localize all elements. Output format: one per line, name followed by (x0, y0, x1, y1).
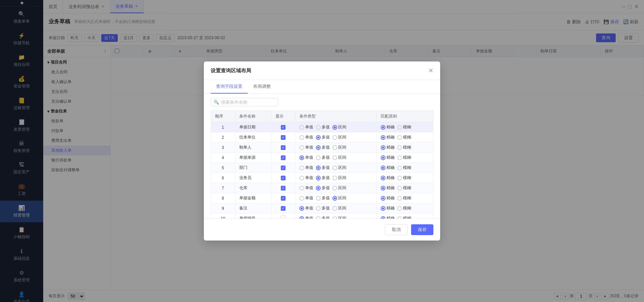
cond-type-radio-多值[interactable]: 多值 (316, 185, 330, 191)
tab-query-settings[interactable]: 查询字段设置 (211, 80, 248, 94)
dialog-overlay: 设置查询区域布局 ✕ 查询字段设置 布局调整 🔍 顺序 条件名称 (0, 0, 644, 302)
cell-match: 精确模糊 (376, 163, 433, 173)
cond-type-radio-区间[interactable]: 区间 (332, 165, 346, 171)
cond-type-radio-区间[interactable]: 区间 (332, 175, 346, 181)
display-checkbox[interactable]: ✓ (281, 125, 286, 130)
display-checkbox[interactable]: ✓ (281, 196, 286, 201)
match-radio-模糊[interactable]: 模糊 (397, 155, 411, 160)
match-radio-精确[interactable]: 精确 (381, 185, 395, 191)
display-checkbox[interactable]: ✓ (281, 176, 286, 180)
cond-type-radio-单值[interactable]: 单值 (299, 155, 313, 160)
cell-match: 精确模糊 (376, 203, 433, 213)
cond-type-radio-多值[interactable]: 多值 (316, 195, 330, 201)
cond-type-radio-单值[interactable]: 单值 (299, 185, 313, 191)
cond-type-radio-区间[interactable]: 区间 (332, 134, 346, 140)
cond-type-radio-单值[interactable]: 单值 (299, 216, 313, 219)
cond-type-radio-多值[interactable]: 多值 (316, 155, 330, 160)
display-checkbox[interactable]: ✓ (281, 145, 286, 150)
cond-type-radio-多值[interactable]: 多值 (316, 165, 330, 171)
cond-type-radio-区间[interactable]: 区间 (332, 195, 346, 201)
cond-type-radio-区间[interactable]: 区间 (332, 124, 346, 130)
match-radio-精确[interactable]: 精确 (381, 205, 395, 211)
cond-type-radio-多值[interactable]: 多值 (316, 145, 330, 150)
cell-match: 精确模糊 (376, 143, 433, 153)
match-radio-精确[interactable]: 精确 (381, 165, 395, 171)
cond-type-radio-区间[interactable]: 区间 (332, 145, 346, 150)
cond-type-radio-多值[interactable]: 多值 (316, 175, 330, 181)
cond-type-radio-区间[interactable]: 区间 (332, 155, 346, 160)
match-radio-精确[interactable]: 精确 (381, 155, 395, 160)
display-checkbox[interactable]: ✓ (281, 206, 286, 211)
col-cond-type: 条件类型 (295, 111, 376, 122)
tab-layout-adjust[interactable]: 布局调整 (248, 80, 276, 94)
cond-type-radio-多值[interactable]: 多值 (316, 134, 330, 140)
match-radio-精确[interactable]: 精确 (381, 134, 395, 140)
match-radio-模糊[interactable]: 模糊 (397, 134, 411, 140)
cond-type-radio-区间[interactable]: 区间 (332, 185, 346, 191)
match-radio-模糊[interactable]: 模糊 (397, 216, 411, 219)
match-radio-精确[interactable]: 精确 (381, 145, 395, 150)
display-checkbox[interactable] (281, 216, 286, 219)
cond-type-radio-多值[interactable]: 多值 (316, 205, 330, 211)
cell-display: ✓ (271, 173, 295, 183)
display-checkbox[interactable]: ✓ (281, 186, 286, 191)
table-row: 4单据来源✓单值多值区间精确模糊 (211, 153, 433, 163)
cond-type-radio-多值[interactable]: 多值 (316, 216, 330, 219)
table-row: 1单据日期✓单值多值区间精确模糊 (211, 122, 433, 132)
cell-display: ✓ (271, 183, 295, 193)
match-radio-模糊[interactable]: 模糊 (397, 124, 411, 130)
cond-type-radio-多值[interactable]: 多值 (316, 124, 330, 130)
cond-type-radio-单值[interactable]: 单值 (299, 134, 313, 140)
display-checkbox[interactable]: ✓ (281, 135, 286, 140)
cell-name: 单据来源 (235, 153, 271, 163)
cell-name: 仓库 (235, 183, 271, 193)
match-radio-精确[interactable]: 精确 (381, 124, 395, 130)
cancel-button[interactable]: 取消 (385, 224, 408, 235)
cell-order: 10 (211, 213, 235, 219)
table-row: 8单据金额✓单值多值区间精确模糊 (211, 193, 433, 203)
cell-display: ✓ (271, 143, 295, 153)
dialog-close-button[interactable]: ✕ (428, 67, 433, 74)
display-checkbox[interactable]: ✓ (281, 155, 286, 160)
cond-type-radio-单值[interactable]: 单值 (299, 165, 313, 171)
cell-cond-type: 单值多值区间 (295, 203, 376, 213)
search-icon: 🔍 (214, 100, 219, 105)
match-radio-模糊[interactable]: 模糊 (397, 175, 411, 181)
match-radio-模糊[interactable]: 模糊 (397, 185, 411, 191)
cond-type-radio-单值[interactable]: 单值 (299, 124, 313, 130)
dialog: 设置查询区域布局 ✕ 查询字段设置 布局调整 🔍 顺序 条件名称 (204, 61, 440, 241)
table-row: 10单据编号单值多值区间精确模糊 (211, 213, 433, 219)
cell-name: 往来单位 (235, 132, 271, 143)
cell-order: 8 (211, 193, 235, 203)
save-button[interactable]: 保存 (411, 224, 433, 235)
col-name: 条件名称 (235, 111, 271, 122)
cell-display: ✓ (271, 132, 295, 143)
cond-type-radio-单值[interactable]: 单值 (299, 205, 313, 211)
cell-cond-type: 单值多值区间 (295, 213, 376, 219)
cond-type-radio-单值[interactable]: 单值 (299, 145, 313, 150)
match-radio-模糊[interactable]: 模糊 (397, 195, 411, 201)
cell-name: 单据日期 (235, 122, 271, 132)
search-input-wrap: 🔍 (211, 98, 278, 106)
match-radio-模糊[interactable]: 模糊 (397, 145, 411, 150)
search-input[interactable] (221, 100, 275, 105)
match-radio-精确[interactable]: 精确 (381, 175, 395, 181)
cell-match: 精确模糊 (376, 193, 433, 203)
match-radio-精确[interactable]: 精确 (381, 195, 395, 201)
match-radio-精确[interactable]: 精确 (381, 216, 395, 219)
cell-cond-type: 单值多值区间 (295, 173, 376, 183)
cell-order: 3 (211, 143, 235, 153)
table-row: 7仓库✓单值多值区间精确模糊 (211, 183, 433, 193)
cond-type-radio-区间[interactable]: 区间 (332, 216, 346, 219)
cell-cond-type: 单值多值区间 (295, 163, 376, 173)
match-radio-模糊[interactable]: 模糊 (397, 205, 411, 211)
cell-name: 部门 (235, 163, 271, 173)
cond-type-radio-单值[interactable]: 单值 (299, 195, 313, 201)
table-row: 2往来单位✓单值多值区间精确模糊 (211, 132, 433, 143)
cell-order: 9 (211, 203, 235, 213)
cell-match: 精确模糊 (376, 213, 433, 219)
cond-type-radio-区间[interactable]: 区间 (332, 205, 346, 211)
cond-type-radio-单值[interactable]: 单值 (299, 175, 313, 181)
display-checkbox[interactable]: ✓ (281, 166, 286, 170)
match-radio-模糊[interactable]: 模糊 (397, 165, 411, 171)
